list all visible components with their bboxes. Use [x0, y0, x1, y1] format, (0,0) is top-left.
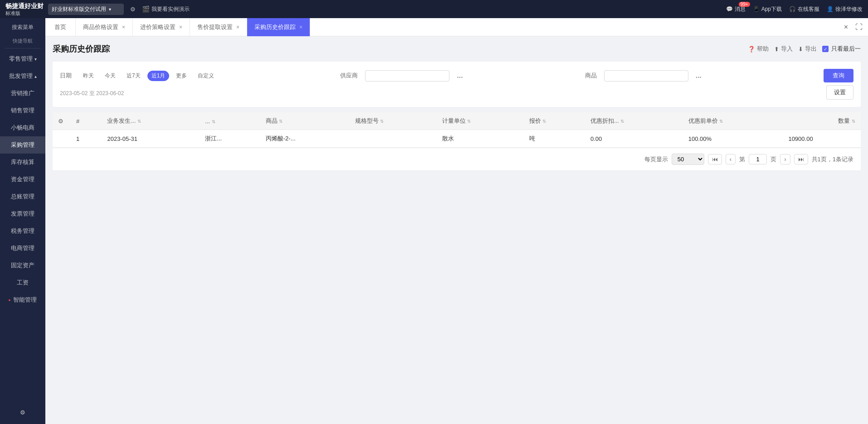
per-page-label: 每页显示 [644, 155, 668, 164]
date-btn-today[interactable]: 今天 [101, 71, 120, 81]
sidebar-item-retail[interactable]: 零售管理 ▾ [0, 50, 45, 67]
cell-business-date: 2023-05-31 [102, 130, 200, 148]
table-container: ⚙ # 业务发生... ⇅ ... ⇅ 商品 ⇅ 规格型号 ⇅ 计量单位 ⇅ 报… [53, 112, 861, 170]
sidebar-item-label: 营销推广 [11, 89, 34, 97]
sidebar-item-purchase[interactable]: 采购管理 [0, 136, 45, 154]
sidebar-item-fixed-assets[interactable]: 固定资产 [0, 257, 45, 274]
checkbox-icon [822, 46, 829, 52]
sidebar-settings-button[interactable]: ⚙ [0, 405, 45, 420]
th-before-discount[interactable]: 优惠前单价 ⇅ [683, 112, 783, 130]
sidebar-item-wholesale[interactable]: 批发管理 ▴ [0, 67, 45, 85]
sidebar-item-label: 零售管理 [9, 55, 33, 63]
help-link[interactable]: ❓ 帮助 [748, 45, 769, 53]
date-btn-custom[interactable]: 自定义 [194, 71, 218, 81]
sidebar-item-ai[interactable]: ● 智能管理 [0, 291, 45, 308]
sidebar-item-invoice[interactable]: 发票管理 [0, 205, 45, 222]
tab-close-icon[interactable]: × [299, 24, 302, 30]
goods-more-icon[interactable]: ... [696, 72, 702, 80]
th-settings[interactable]: ⚙ [53, 112, 71, 130]
page-number-input[interactable] [749, 154, 767, 164]
header-settings-button[interactable]: ⚙ [128, 4, 137, 14]
th-business-date[interactable]: 业务发生... ⇅ [102, 112, 200, 130]
tab-selling-price[interactable]: 售价提取设置 × [190, 18, 247, 36]
export-link[interactable]: ⬇ 导出 [798, 45, 817, 53]
sidebar-item-sales[interactable]: 销售管理 [0, 102, 45, 119]
tab-fullscreen-button[interactable]: ⛶ [853, 21, 864, 33]
sidebar-item-payroll[interactable]: 工资 [0, 274, 45, 291]
messages-button[interactable]: 💬 消息 99+ [726, 5, 746, 13]
sidebar-item-ecommerce[interactable]: 电商管理 [0, 240, 45, 257]
cell-goods: 丙烯酸-2-... [260, 130, 350, 148]
tab-close-icon[interactable]: × [179, 24, 182, 30]
date-btn-7days[interactable]: 近7天 [122, 71, 145, 81]
sidebar-item-label: 批发管理 [9, 72, 33, 80]
user-name-label: 徐泽华修改 [835, 5, 863, 13]
dot-icon: ● [9, 298, 11, 302]
th-goods[interactable]: 商品 ⇅ [260, 112, 350, 130]
th-index: # [71, 112, 102, 130]
tab-close-icon[interactable]: × [236, 24, 239, 30]
supplier-more-icon[interactable]: ... [457, 72, 463, 80]
online-service-label: 在线客服 [798, 5, 819, 13]
sidebar-item-marketing[interactable]: 营销推广 [0, 85, 45, 102]
sidebar-item-label: 小畅电商 [11, 124, 34, 132]
sidebar-search[interactable]: 搜索菜单 [0, 18, 45, 35]
page-label: 第 [739, 155, 745, 164]
demo-button[interactable]: 🎬 我要看实例演示 [142, 5, 190, 13]
data-table: ⚙ # 业务发生... ⇅ ... ⇅ 商品 ⇅ 规格型号 ⇅ 计量单位 ⇅ 报… [53, 112, 861, 148]
page-header: 采购历史价跟踪 ❓ 帮助 ⬆ 导入 ⬇ 导出 [53, 43, 861, 54]
top-header: 畅捷通好业财 标准版 好业财标准版交付试用 ▾ ⚙ 🎬 我要看实例演示 💬 消息… [0, 0, 868, 18]
th-price[interactable]: 报价 ⇅ [524, 112, 585, 130]
th-quantity[interactable]: 数量 ⇅ [783, 112, 861, 130]
settings-icon[interactable]: ⚙ [58, 118, 63, 125]
cell-before-discount-price: 10900.00 [783, 130, 861, 148]
sidebar-item-tax[interactable]: 税务管理 [0, 222, 45, 240]
cell-settings [53, 130, 71, 148]
tab-purchase-price-strategy[interactable]: 进价策略设置 × [133, 18, 190, 36]
goods-input[interactable] [604, 70, 688, 82]
query-button[interactable]: 查询 [824, 69, 853, 82]
date-btn-yesterday[interactable]: 昨天 [79, 71, 98, 81]
user-profile-button[interactable]: 👤 徐泽华修改 [827, 5, 863, 13]
th-more1[interactable]: ... ⇅ [200, 112, 260, 130]
app-download-button[interactable]: 📱 App下载 [753, 5, 782, 13]
headset-icon: 🎧 [789, 6, 796, 12]
prev-page-button[interactable]: ‹ [726, 154, 736, 164]
th-unit[interactable]: 计量单位 ⇅ [437, 112, 524, 130]
per-page-select[interactable]: 50 20 100 [672, 154, 704, 165]
tab-bar-right: × ⛶ [842, 21, 868, 33]
sidebar-item-ecommerce-small[interactable]: 小畅电商 [0, 119, 45, 136]
online-service-button[interactable]: 🎧 在线客服 [789, 5, 819, 13]
sidebar-item-finance[interactable]: 资金管理 [0, 171, 45, 188]
date-btn-more[interactable]: 更多 [172, 71, 191, 81]
tab-price-settings[interactable]: 商品价格设置 × [76, 18, 133, 36]
sidebar-item-ledger[interactable]: 总账管理 [0, 188, 45, 205]
version-selector-text: 好业财标准版交付试用 [52, 5, 106, 13]
th-spec[interactable]: 规格型号 ⇅ [350, 112, 437, 130]
tab-close-icon[interactable]: × [122, 24, 125, 30]
date-btn-1month[interactable]: 近1月 [147, 71, 170, 81]
import-icon: ⬆ [774, 46, 779, 53]
sidebar-quick-nav[interactable]: 快捷导航 [0, 35, 45, 46]
first-page-button[interactable]: ⏮ [708, 154, 722, 164]
main-layout: 搜索菜单 快捷导航 零售管理 ▾ 批发管理 ▴ 营销推广 销售管理 小畅电商 采… [0, 18, 868, 424]
sidebar-item-label: 销售管理 [11, 106, 34, 115]
tab-close-button[interactable]: × [842, 21, 850, 33]
sidebar-item-label: 税务管理 [11, 227, 34, 235]
settings-button[interactable]: 设置 [826, 85, 853, 100]
import-link[interactable]: ⬆ 导入 [774, 45, 793, 53]
supplier-input[interactable] [365, 70, 449, 82]
sidebar-item-label: 工资 [17, 279, 29, 287]
tab-home[interactable]: 首页 [45, 18, 76, 36]
next-page-button[interactable]: › [780, 154, 790, 164]
only-last-checkbox[interactable]: 只看最后一 [822, 45, 861, 53]
version-selector[interactable]: 好业财标准版交付试用 ▾ [48, 4, 124, 15]
th-discount[interactable]: 优惠折扣... ⇅ [585, 112, 683, 130]
supplier-filter-label: 供应商 [340, 72, 358, 80]
header-right: 💬 消息 99+ 📱 App下载 🎧 在线客服 👤 徐泽华修改 [726, 5, 863, 13]
tab-purchase-history[interactable]: 采购历史价跟踪 × [247, 18, 310, 36]
last-page-button[interactable]: ⏭ [794, 154, 808, 164]
sidebar-item-inventory[interactable]: 库存核算 [0, 154, 45, 171]
phone-icon: 📱 [753, 6, 760, 12]
sidebar-item-label: 固定资产 [11, 261, 34, 270]
